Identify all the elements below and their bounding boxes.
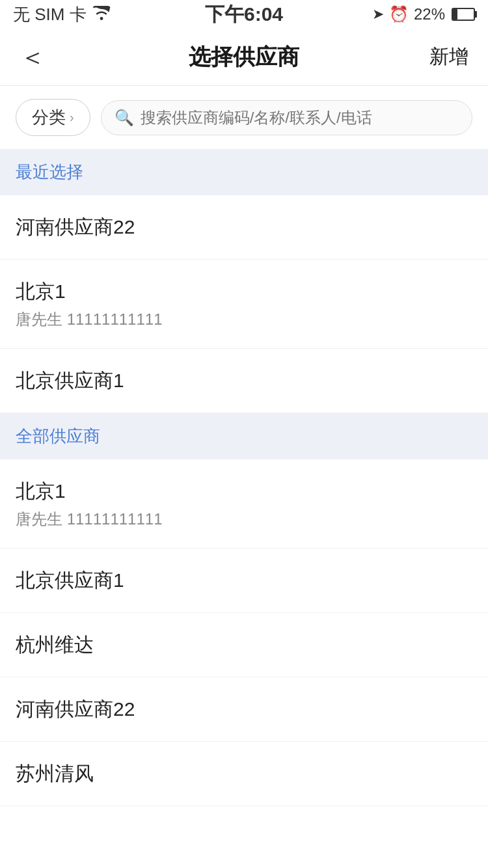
list-item[interactable]: 北京供应商1	[0, 349, 488, 413]
page-title: 选择供应商	[189, 42, 299, 72]
list-item[interactable]: 苏州清风	[0, 742, 488, 806]
search-input[interactable]	[141, 109, 459, 127]
all-section-header: 全部供应商	[0, 413, 488, 459]
battery-icon	[452, 8, 475, 21]
item-name: 杭州维达	[16, 631, 472, 658]
list-item[interactable]: 杭州维达	[0, 613, 488, 677]
search-box: 🔍	[101, 100, 472, 135]
list-item[interactable]: 北京供应商1	[0, 549, 488, 613]
status-left: 无 SIM 卡	[13, 3, 111, 26]
list-item[interactable]: 北京1 唐先生 11111111111	[0, 260, 488, 349]
item-name: 河南供应商22	[16, 213, 472, 241]
list-item[interactable]: 河南供应商22	[0, 677, 488, 742]
recent-items-list: 河南供应商22 北京1 唐先生 11111111111 北京供应商1	[0, 195, 488, 413]
wifi-icon	[92, 5, 111, 25]
filter-bar: 分类 › 🔍	[0, 86, 488, 149]
item-sub: 唐先生 11111111111	[16, 509, 472, 530]
item-name: 北京供应商1	[16, 367, 472, 394]
new-button[interactable]: 新增	[429, 44, 468, 70]
list-item[interactable]: 北京1 唐先生 11111111111	[0, 459, 488, 549]
list-item[interactable]: 河南供应商22	[0, 195, 488, 260]
search-icon: 🔍	[115, 109, 134, 127]
recent-section-title: 最近选择	[16, 162, 83, 182]
all-items-list: 北京1 唐先生 11111111111 北京供应商1 杭州维达 河南供应商22 …	[0, 459, 488, 806]
chevron-icon: ›	[70, 110, 74, 125]
location-icon: ➤	[372, 6, 384, 23]
category-button[interactable]: 分类 ›	[16, 99, 90, 136]
item-name: 苏州清风	[16, 760, 472, 787]
status-right: ➤ ⏰ 22%	[372, 5, 475, 23]
category-label: 分类	[32, 106, 66, 129]
item-name: 北京1	[16, 278, 472, 305]
item-name: 河南供应商22	[16, 696, 472, 723]
nav-bar: ＜ 选择供应商 新增	[0, 29, 488, 86]
recent-section-header: 最近选择	[0, 149, 488, 195]
status-bar: 无 SIM 卡 下午6:04 ➤ ⏰ 22%	[0, 0, 488, 29]
no-sim-label: 无 SIM 卡	[13, 3, 87, 26]
item-name: 北京1	[16, 478, 472, 505]
alarm-icon: ⏰	[389, 5, 409, 23]
item-name: 北京供应商1	[16, 567, 472, 594]
item-sub: 唐先生 11111111111	[16, 309, 472, 330]
status-time: 下午6:04	[205, 1, 283, 28]
back-button[interactable]: ＜	[20, 39, 59, 75]
all-section-title: 全部供应商	[16, 426, 100, 446]
battery-percent: 22%	[414, 5, 445, 23]
